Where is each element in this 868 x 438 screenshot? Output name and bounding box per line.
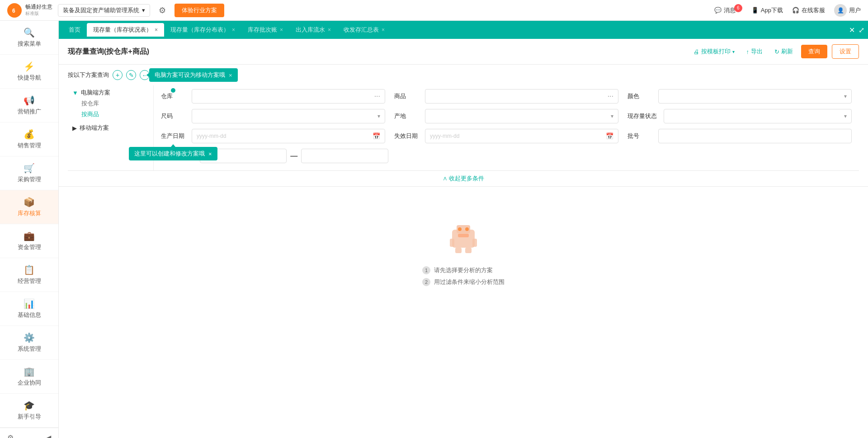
filter-goods: 商品 ··· <box>394 89 618 104</box>
origin-select[interactable]: ▾ <box>425 109 618 123</box>
svg-point-4 <box>458 227 462 231</box>
close-all-tabs-icon[interactable]: ✕ <box>849 26 855 34</box>
sidebar-item-purchase[interactable]: 🛒 采购管理 <box>0 156 58 190</box>
search-button[interactable]: 查询 <box>801 45 827 58</box>
marketing-icon: 📢 <box>24 95 35 106</box>
system-select[interactable]: 装备及固定资产辅助管理系统 ▾ <box>58 4 150 17</box>
calendar-icon-produce: 📅 <box>373 132 380 140</box>
goods-select[interactable]: ··· <box>425 89 618 104</box>
close-edit-tooltip[interactable]: × <box>208 151 212 157</box>
chevron-up-icon: ∧ <box>443 175 448 182</box>
tab-summary[interactable]: 收发存汇总表 × <box>337 23 391 37</box>
batch-no-input[interactable] <box>658 129 852 143</box>
close-tab-batch[interactable]: × <box>280 27 283 33</box>
color-select[interactable]: ▾ <box>658 89 852 104</box>
tab-flow[interactable]: 出入库流水 × <box>289 23 337 37</box>
filter-expire-date: 失效日期 yyyy-mm-dd 📅 <box>394 129 618 143</box>
sidebar-item-basic[interactable]: 📊 基础信息 <box>0 292 58 326</box>
sidebar-item-enterprise[interactable]: 🏢 企业协同 <box>0 360 58 394</box>
stock-main-range: — <box>200 149 388 163</box>
sidebar-item-inventory[interactable]: 📦 库存核算 <box>0 190 58 224</box>
svg-point-5 <box>465 227 469 231</box>
filter-header-label: 按以下方案查询 <box>68 71 109 79</box>
calendar-icon-expire: 📅 <box>606 132 613 140</box>
close-tab-inventory-status[interactable]: × <box>155 27 158 33</box>
filter-color: 颜色 ▾ <box>627 89 852 104</box>
sidebar-collapse-icon[interactable]: ◀ <box>46 433 51 438</box>
svg-rect-10 <box>465 248 472 253</box>
expire-date-input[interactable]: yyyy-mm-dd 📅 <box>425 129 618 143</box>
sidebar-item-finance[interactable]: 💼 资金管理 <box>0 224 58 258</box>
warehouse-select[interactable]: ··· <box>192 89 385 104</box>
page-header-actions: 🖨 按模板打印 ▾ ↑ 导出 ↻ 刷新 查询 设置 <box>690 44 859 59</box>
messages-action[interactable]: 💬 消息 6 <box>714 6 742 14</box>
filter-batch-no: 批号 <box>627 129 852 143</box>
guide-icon: 🎓 <box>24 400 35 411</box>
message-icon: 💬 <box>714 7 722 14</box>
export-action[interactable]: ↑ 导出 <box>743 46 767 57</box>
scheme-item-goods[interactable]: 按商品 <box>72 109 149 120</box>
add-scheme-button[interactable]: + <box>113 70 123 80</box>
sidebar-item-system[interactable]: ⚙️ 系统管理 <box>0 326 58 360</box>
empty-tips: 1 请先选择要分析的方案 2 用过滤条件来缩小分析范围 <box>422 266 505 286</box>
empty-illustration <box>441 214 486 259</box>
inventory-icon: 📦 <box>24 197 35 207</box>
filter-section: 按以下方案查询 + ✎ ← 电脑方案可设为移动方案哦 × <box>59 65 868 187</box>
close-scheme-tooltip[interactable]: × <box>229 72 232 79</box>
close-tab-summary[interactable]: × <box>382 27 385 33</box>
settings-button[interactable]: ⚙ <box>156 4 169 17</box>
filter-row-4: 现存量（主） — <box>161 149 852 163</box>
svg-rect-9 <box>455 248 462 253</box>
industry-btn[interactable]: 体验行业方案 <box>175 4 224 17</box>
svg-rect-7 <box>450 239 454 247</box>
page-content: 现存量查询(按仓库+商品) 🖨 按模板打印 ▾ ↑ 导出 ↻ <box>59 39 868 438</box>
sidebar-item-marketing[interactable]: 📢 营销推广 <box>0 89 58 122</box>
maximize-icon[interactable]: ⤢ <box>859 26 864 34</box>
sidebar-item-search[interactable]: 🔍 搜索菜单 <box>0 21 58 55</box>
sidebar-footer: ⚙ ◀ <box>0 428 58 438</box>
chevron-right-icon-2: ▶ <box>72 125 77 132</box>
stock-status-select[interactable]: ▾ <box>664 109 852 123</box>
scheme-item-warehouse[interactable]: 按仓库 <box>72 98 149 109</box>
app-download-action[interactable]: 📱 App下载 <box>751 6 783 14</box>
user-action[interactable]: 👤 用户 <box>834 4 861 17</box>
svg-rect-6 <box>458 234 469 237</box>
headset-icon: 🎧 <box>792 7 799 14</box>
collapse-bar[interactable]: ∧ 收起更多条件 <box>68 170 859 186</box>
top-header: 6 畅通好生意 标准版 装备及固定资产辅助管理系统 ▾ ⚙ 体验行业方案 💬 消… <box>0 0 868 21</box>
close-tab-flow[interactable]: × <box>328 27 331 33</box>
close-tab-inventory-dist[interactable]: × <box>232 27 235 33</box>
tab-bar: 首页 现存量（库存状况表） × 现存量（库存分布表） × 库存批次账 × 出入库… <box>59 21 868 39</box>
print-action[interactable]: 🖨 按模板打印 ▾ <box>690 46 738 57</box>
sidebar-item-guide[interactable]: 🎓 新手引导 <box>0 394 58 428</box>
sidebar-item-nav[interactable]: ⚡ 快捷导航 <box>0 55 58 89</box>
filter-origin: 产地 ▾ <box>394 109 618 123</box>
sidebar-item-sales[interactable]: 💰 销售管理 <box>0 122 58 156</box>
scheme-group-desktop-title[interactable]: ▼ 电脑端方案 <box>72 87 149 98</box>
filter-size: 尺码 ▾ <box>161 109 385 123</box>
produce-date-input[interactable]: yyyy-mm-dd 📅 <box>192 129 385 143</box>
export-icon: ↑ <box>746 48 750 55</box>
sidebar-item-operations[interactable]: 📋 经营管理 <box>0 258 58 292</box>
enterprise-icon: 🏢 <box>24 366 35 377</box>
tab-batch-account[interactable]: 库存批次账 × <box>241 23 289 37</box>
refresh-action[interactable]: ↻ 刷新 <box>771 46 797 57</box>
scheme-group-desktop: ▼ 电脑端方案 按仓库 按商品 <box>72 87 149 120</box>
tab-home[interactable]: 首页 <box>62 23 87 37</box>
connector-dot <box>171 88 175 93</box>
logo-text: 畅通好生意 标准版 <box>25 4 52 17</box>
settings-button-page[interactable]: 设置 <box>832 44 859 59</box>
edit-scheme-button[interactable]: ✎ <box>126 70 136 80</box>
chevron-down-icon: ▾ <box>732 49 735 54</box>
more-icon-2: ··· <box>608 92 613 100</box>
tab-inventory-status[interactable]: 现存量（库存状况表） × <box>87 23 164 37</box>
online-support-action[interactable]: 🎧 在线客服 <box>792 6 825 14</box>
tab-inventory-dist[interactable]: 现存量（库存分布表） × <box>164 23 241 37</box>
stock-main-to[interactable] <box>301 149 388 163</box>
size-select[interactable]: ▾ <box>192 109 385 123</box>
sidebar-settings-icon[interactable]: ⚙ <box>7 433 14 438</box>
scheme-group-mobile-title[interactable]: ▶ 移动端方案 <box>72 122 149 133</box>
filter-row-2: 尺码 ▾ 产地 <box>161 109 852 123</box>
empty-state: 1 请先选择要分析的方案 2 用过滤条件来缩小分析范围 <box>59 187 868 313</box>
chevron-down-icon-color: ▾ <box>844 93 847 99</box>
